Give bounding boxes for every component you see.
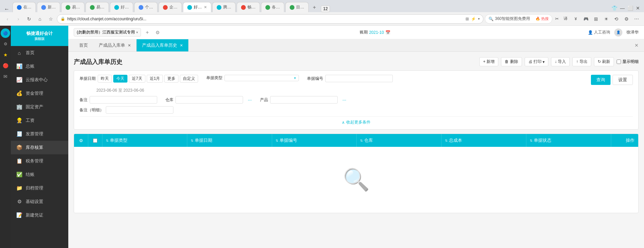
warehouse-filter-input[interactable] bbox=[175, 96, 243, 104]
window-close-button[interactable]: ✕ bbox=[636, 5, 640, 11]
new-tab-button[interactable]: + bbox=[310, 3, 319, 12]
tab-teng[interactable]: 腾… bbox=[212, 2, 236, 12]
tab-xin[interactable]: 新… bbox=[37, 2, 60, 12]
page-tab-list[interactable]: 产成品入库单 ✕ bbox=[93, 39, 137, 51]
address-bar[interactable]: 🔒 https://cloud.chanjet.com/accounting/u… bbox=[57, 14, 483, 24]
game-icon[interactable]: 🎮 bbox=[581, 14, 591, 24]
th-checkbox[interactable] bbox=[88, 134, 102, 147]
lightning-icon[interactable]: ⚡ bbox=[471, 17, 476, 21]
show-detail-checkbox[interactable] bbox=[617, 60, 621, 64]
sidebar-item-report[interactable]: 📈 云报表中心 bbox=[11, 73, 68, 87]
sidebar-item-finance[interactable]: 💰 资金管理 bbox=[11, 87, 68, 100]
page-tab-history[interactable]: 产成品入库单历史 ✕ bbox=[137, 39, 189, 51]
nav-icon-1[interactable]: ⚙ bbox=[1, 39, 10, 49]
date-7days-button[interactable]: 近7天 bbox=[129, 75, 145, 83]
company-selector[interactable]: (勿删勿禁用）江西服宝测试专用 ▾ bbox=[74, 28, 141, 37]
tab-qi[interactable]: 企… bbox=[159, 2, 182, 12]
th-settings[interactable]: ⚙ bbox=[74, 134, 88, 147]
date-custom-button[interactable]: 自定义 bbox=[180, 75, 198, 83]
sidebar-item-archive[interactable]: 📁 归档管理 bbox=[11, 181, 68, 195]
page-close-all-button[interactable]: ✕ bbox=[629, 43, 644, 48]
tab-hao1[interactable]: 好… bbox=[110, 2, 133, 12]
th-warehouse[interactable]: ⇅ 仓库 bbox=[357, 134, 442, 147]
export-button[interactable]: ↑ 导出 bbox=[572, 57, 591, 66]
nav-icon-4[interactable]: ✉ bbox=[1, 72, 10, 81]
date-more-button[interactable]: 更多 bbox=[164, 75, 178, 83]
tab-yi2[interactable]: 易… bbox=[86, 2, 109, 12]
search-bar[interactable]: 🔍 360智能抠图免费用 🔥 热搜 bbox=[485, 14, 552, 24]
dropdown-arrow-icon[interactable]: ▾ bbox=[478, 17, 480, 21]
sidebar-item-invoice[interactable]: 🧾 发票管理 bbox=[11, 127, 68, 141]
tab-yi1[interactable]: 易… bbox=[61, 2, 85, 12]
refresh-button[interactable]: ↻ bbox=[24, 14, 34, 24]
product-dots-icon[interactable]: ··· bbox=[342, 97, 347, 103]
tab-ge2[interactable]: 各… bbox=[261, 2, 284, 12]
sidebar-item-inventory[interactable]: 📦 库存核算 bbox=[11, 141, 68, 154]
date-today-button[interactable]: 今天 bbox=[113, 75, 127, 83]
sun-icon[interactable]: ☀ bbox=[601, 14, 611, 24]
tab-chang[interactable]: 畅… bbox=[237, 2, 260, 12]
forward-button[interactable]: › bbox=[14, 14, 23, 24]
period-calendar-icon[interactable]: 📅 bbox=[385, 30, 390, 35]
sidebar-item-home[interactable]: ⌂ 首页 bbox=[11, 46, 68, 60]
settings-company-button[interactable]: ⚙ bbox=[153, 30, 162, 35]
window-minimize-button[interactable]: — bbox=[620, 5, 625, 11]
th-date-sort-icon: ⇅ bbox=[191, 139, 193, 142]
th-status[interactable]: ⇅ 单据状态 bbox=[526, 134, 611, 147]
settings-browser-icon[interactable]: ⚙ bbox=[622, 14, 631, 24]
sidebar-item-tax[interactable]: 📋 税务管理 bbox=[11, 154, 68, 168]
tab-list-close-icon[interactable]: ✕ bbox=[128, 43, 131, 48]
back-button[interactable]: ‹ bbox=[3, 14, 12, 24]
window-maximize-button[interactable]: ⬜ bbox=[627, 5, 633, 11]
nav-icon-3[interactable]: 🔴 bbox=[1, 61, 10, 70]
tab-zaizai[interactable]: 在… bbox=[13, 2, 36, 12]
date-1month-button[interactable]: 近1月 bbox=[147, 75, 163, 83]
sidebar-item-ledger[interactable]: 📊 总账 bbox=[11, 60, 68, 73]
add-button[interactable]: + 新增 bbox=[479, 57, 498, 66]
tab-ge[interactable]: 个… bbox=[134, 2, 158, 12]
product-filter-input[interactable] bbox=[270, 96, 338, 104]
app-logo-icon[interactable]: 🔵 bbox=[1, 28, 10, 38]
th-number[interactable]: ⇅ 单据编号 bbox=[272, 134, 357, 147]
sidebar-item-close[interactable]: ✅ 结账 bbox=[11, 168, 68, 181]
more-icon[interactable]: ⋯ bbox=[632, 14, 641, 24]
bookmark-button[interactable]: ☆ bbox=[46, 14, 55, 24]
tab-mu[interactable]: 目… bbox=[285, 2, 309, 12]
sidebar-item-newvoucher[interactable]: 📝 新建凭证 bbox=[11, 208, 68, 222]
add-company-button[interactable]: + bbox=[144, 29, 151, 36]
home-button[interactable]: ⌂ bbox=[35, 14, 45, 24]
breadcrumb-home[interactable]: 首页 bbox=[74, 42, 93, 48]
th-type[interactable]: ⇅ 单据类型 bbox=[102, 134, 187, 147]
tab-history-close-icon[interactable]: ✕ bbox=[180, 43, 183, 48]
import-button[interactable]: ↓ 导入 bbox=[551, 57, 570, 66]
sidebar-label-invoice: 发票管理 bbox=[26, 131, 43, 137]
th-cost[interactable]: ⇅ 总成本 bbox=[442, 134, 526, 147]
refresh-data-button[interactable]: ↻ 刷新 bbox=[594, 57, 614, 66]
grid-icon[interactable]: ⊞ bbox=[591, 14, 601, 24]
select-all-checkbox[interactable] bbox=[93, 138, 97, 143]
tab-hao2[interactable]: 好… ✕ bbox=[183, 2, 211, 12]
query-button[interactable]: 查询 bbox=[591, 75, 611, 85]
sidebar-item-assets[interactable]: 🏢 固定资产 bbox=[11, 100, 68, 114]
tab-counter: 12 bbox=[321, 5, 330, 12]
customer-service-button[interactable]: 👤 人工咨询 bbox=[588, 29, 610, 35]
remark-detail-filter-input[interactable] bbox=[106, 106, 173, 114]
tab-close-icon[interactable]: ✕ bbox=[204, 5, 207, 9]
delete-button[interactable]: 🗑 删除 bbox=[501, 57, 522, 66]
sidebar-item-settings[interactable]: ⚙ 基础设置 bbox=[11, 195, 68, 208]
yuan-icon[interactable]: ¥ bbox=[571, 14, 580, 24]
remark-filter-input[interactable] bbox=[90, 96, 157, 104]
translate-icon[interactable]: 译 bbox=[561, 14, 570, 24]
type-select[interactable]: ▾ bbox=[224, 75, 299, 81]
warehouse-dots-icon[interactable]: ··· bbox=[248, 97, 252, 103]
th-date[interactable]: ⇅ 单据日期 bbox=[187, 134, 272, 147]
date-yesterday-button[interactable]: 昨天 bbox=[98, 75, 112, 83]
extensions-icon[interactable]: ⊞ bbox=[466, 17, 469, 21]
number-filter-input[interactable] bbox=[325, 75, 393, 82]
sidebar-item-payroll[interactable]: 👷 工资 bbox=[11, 114, 68, 127]
collapse-filter-button[interactable]: ∧ 收起更多条件 bbox=[342, 119, 371, 125]
filter-settings-button[interactable]: 设置 bbox=[613, 75, 633, 85]
nav-icon-2[interactable]: ★ bbox=[1, 50, 10, 60]
restore-icon[interactable]: ⟲ bbox=[612, 14, 621, 24]
print-button[interactable]: 🖨 打印 ▾ bbox=[525, 57, 548, 66]
